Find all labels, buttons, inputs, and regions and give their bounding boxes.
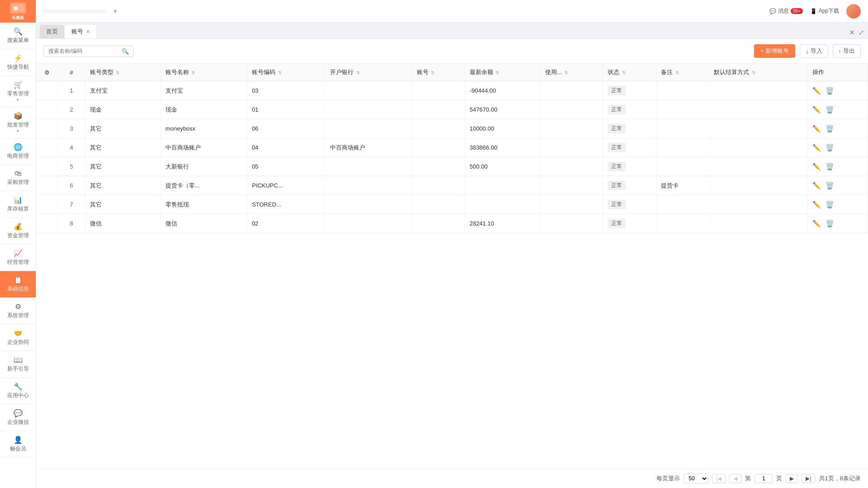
col-account[interactable]: 账号 ⇅ (412, 64, 465, 81)
delete-icon-0[interactable]: 🗑️ (826, 87, 834, 95)
sidebar-item-search-menu[interactable]: 🔍 搜索菜单 (0, 23, 36, 49)
edit-icon-5[interactable]: ✏️ (812, 182, 821, 190)
cell-type-2: 其它 (85, 119, 160, 138)
delete-icon-4[interactable]: 🗑️ (826, 163, 834, 171)
topbar: ▼ 💬 消息 99+ 📱 App下载 (36, 0, 868, 23)
edit-icon-1[interactable]: ✏️ (812, 106, 821, 114)
cell-bank-1 (326, 100, 412, 119)
sidebar-item-system[interactable]: ⚙ 系统管理 (0, 298, 36, 324)
cell-action-7: ✏️ 🗑️ (807, 214, 868, 233)
tab-close-icon[interactable]: ✕ (849, 28, 855, 37)
sidebar-item-purchase[interactable]: 🛍 采购管理 (0, 165, 36, 191)
search-box[interactable]: 🔍 (43, 46, 134, 57)
cell-name-6: 零售抵现 (160, 195, 247, 214)
page-prev-button[interactable]: ◀ (729, 474, 741, 483)
edit-icon-7[interactable]: ✏️ (812, 220, 821, 228)
quick-nav-icon: ⚡ (14, 54, 23, 62)
edit-icon-3[interactable]: ✏️ (812, 144, 821, 152)
cell-account-5 (412, 176, 465, 195)
delete-icon-2[interactable]: 🗑️ (826, 125, 834, 133)
tab-home[interactable]: 首页 (40, 25, 64, 38)
search-input[interactable] (48, 48, 119, 54)
search-icon[interactable]: 🔍 (122, 48, 129, 55)
member-icon: 👤 (14, 436, 23, 444)
page-first-button[interactable]: |◀ (712, 474, 726, 483)
cell-usage-0 (541, 81, 603, 100)
tab-account-close[interactable]: ✕ (86, 29, 90, 34)
cell-account-4 (412, 157, 465, 176)
col-settings[interactable]: ⚙ (36, 64, 58, 81)
col-remark[interactable]: 备注 ⇅ (656, 64, 709, 81)
col-bank[interactable]: 开户银行 ⇅ (326, 64, 412, 81)
top-dropdown-icon[interactable]: ▼ (112, 8, 118, 15)
cell-type-7: 微信 (85, 214, 160, 233)
cell-status-1: 正常 (603, 100, 656, 119)
message-button[interactable]: 💬 消息 99+ (769, 7, 803, 15)
page-next-button[interactable]: ▶ (786, 474, 798, 483)
sidebar-item-retail[interactable]: 🛒 零售管理 ▼ (0, 76, 36, 107)
table-row: 4 其它 中百商场账户 04 中百商场账户 383866.00 正常 ✏️ 🗑️ (36, 138, 868, 157)
col-usage[interactable]: 使用... ⇅ (541, 64, 603, 81)
sidebar-item-inventory[interactable]: 📊 库存核算 (0, 191, 36, 218)
page-size-select[interactable]: 50 100 (684, 474, 708, 483)
tab-account[interactable]: 账号 ✕ (65, 25, 96, 38)
edit-icon-6[interactable]: ✏️ (812, 201, 821, 209)
col-type[interactable]: 账号类型 ⇅ (85, 64, 160, 81)
edit-icon-4[interactable]: ✏️ (812, 163, 821, 171)
sidebar-item-enterprise[interactable]: 🤝 企业协同 (0, 324, 36, 351)
edit-icon-0[interactable]: ✏️ (812, 87, 821, 95)
user-avatar[interactable] (846, 4, 861, 19)
cell-action-2: ✏️ 🗑️ (807, 119, 868, 138)
col-status[interactable]: 状态 ⇅ (603, 64, 656, 81)
sidebar-item-basic-info[interactable]: 📋 基础信息 (0, 271, 36, 298)
sidebar-label-app-center: 应用中心 (7, 392, 29, 399)
edit-icon-2[interactable]: ✏️ (812, 125, 821, 133)
delete-icon-6[interactable]: 🗑️ (826, 201, 834, 209)
cell-balance-2: 10000.00 (465, 119, 540, 138)
sidebar-item-member[interactable]: 👤 畅会员 (0, 431, 36, 458)
svg-text:畅: 畅 (14, 6, 18, 11)
sidebar-item-operations[interactable]: 📈 经营管理 (0, 244, 36, 271)
col-settlement[interactable]: 默认结算方式 ⇅ (709, 64, 808, 81)
sidebar-item-wechat[interactable]: 💬 企业微信 (0, 404, 36, 431)
sidebar-item-app-center[interactable]: 🔧 应用中心 (0, 378, 36, 404)
message-label: 消息 (778, 7, 789, 15)
cell-settlement-6 (709, 195, 808, 214)
sidebar-item-guide[interactable]: 📖 新手引导 (0, 351, 36, 378)
page-last-button[interactable]: ▶| (802, 474, 815, 483)
sidebar-item-ecommerce[interactable]: 🌐 电商管理 (0, 138, 36, 165)
page-input[interactable] (755, 474, 773, 483)
cell-type-6: 其它 (85, 195, 160, 214)
sidebar-label-guide: 新手引导 (7, 365, 29, 373)
cell-action-3: ✏️ 🗑️ (807, 138, 868, 157)
cell-status-5: 正常 (603, 176, 656, 195)
guide-icon: 📖 (14, 356, 23, 364)
add-account-button[interactable]: + 新增账号 (754, 44, 795, 58)
message-icon: 💬 (769, 8, 776, 14)
top-search-box[interactable] (43, 9, 107, 13)
cell-remark-7 (656, 214, 709, 233)
cell-action-4: ✏️ 🗑️ (807, 157, 868, 176)
cell-type-5: 其它 (85, 176, 160, 195)
cell-usage-5 (541, 176, 603, 195)
sidebar-item-finance[interactable]: 💰 资金管理 (0, 218, 36, 244)
cell-status-4: 正常 (603, 157, 656, 176)
sidebar-item-wholesale[interactable]: 📦 批发管理 ▼ (0, 107, 36, 138)
col-name[interactable]: 账号名称 ⇅ (160, 64, 247, 81)
col-balance[interactable]: 最新余额 ⇅ (465, 64, 540, 81)
import-button[interactable]: ↓ 导入 (800, 44, 828, 58)
delete-icon-1[interactable]: 🗑️ (826, 106, 834, 114)
sidebar: 畅 乐惠版 🔍 搜索菜单 ⚡ 快捷导航 🛒 零售管理 ▼ 📦 批发管理 ▼ 🌐 … (0, 0, 36, 488)
cell-name-2: moneybosx (160, 119, 247, 138)
app-download-button[interactable]: 📱 App下载 (810, 7, 839, 15)
export-button[interactable]: ↑ 导出 (833, 44, 861, 58)
cell-index-7: 8 (58, 214, 85, 233)
sidebar-item-quick-nav[interactable]: ⚡ 快捷导航 (0, 49, 36, 76)
cell-code-2: 06 (247, 119, 326, 138)
delete-icon-7[interactable]: 🗑️ (826, 220, 834, 228)
col-code[interactable]: 账号编码 ⇅ (247, 64, 326, 81)
delete-icon-5[interactable]: 🗑️ (826, 182, 834, 190)
cell-bank-7 (326, 214, 412, 233)
tab-expand-icon[interactable]: ⤢ (859, 28, 864, 37)
delete-icon-3[interactable]: 🗑️ (826, 144, 834, 152)
